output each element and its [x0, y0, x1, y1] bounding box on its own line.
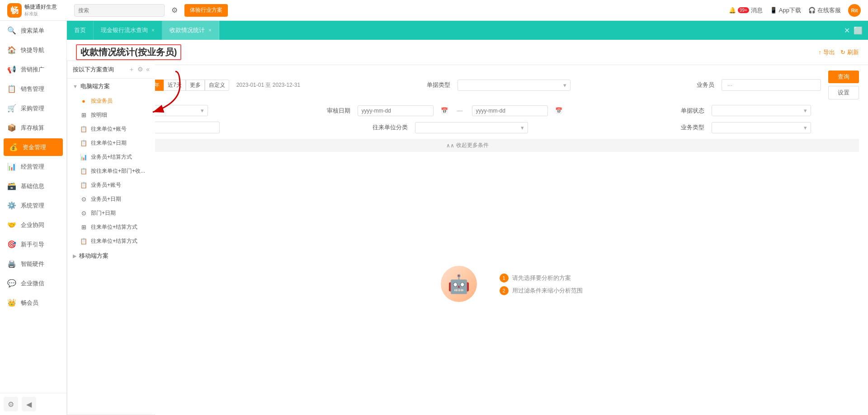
notification-item[interactable]: 🔔 99+ 消息 [729, 6, 763, 14]
partner-cat-select[interactable]: ▾ [415, 122, 528, 133]
app-download-item[interactable]: 📱 App下载 [770, 6, 801, 14]
header-right-area: 🔔 99+ 消息 📱 App下载 🎧 在线客服 Rit [729, 4, 861, 17]
query-button[interactable]: 查询 [828, 71, 859, 83]
audit-date-from[interactable] [358, 105, 434, 116]
notification-label: 消息 [751, 6, 763, 14]
scheme-mobile-title: 移动端方案 [79, 252, 108, 260]
sidebar-item-inventory[interactable]: 📦 库存核算 [0, 118, 66, 137]
scheme-sales-account-icon: 📋 [80, 182, 87, 189]
export-label: 导出 [823, 48, 835, 57]
scheme-item-partner-dept[interactable]: 📋 按往来单位+部门+收... [67, 164, 155, 178]
tab-home[interactable]: 首页 [67, 21, 94, 40]
sidebar-item-system[interactable]: ⚙️ 系统管理 [0, 196, 66, 215]
audit-date-to[interactable] [472, 105, 548, 116]
purchase-icon: 🛒 [7, 104, 16, 113]
query-row-3: 往来单位 ··· 往来单位分类 ▾ 业务类型 ▾ [76, 122, 859, 133]
sidebar-item-basics[interactable]: 🗃️ 基础信息 [0, 176, 66, 196]
date-range-text: 2023-01-01 至 2023-12-31 [236, 81, 300, 89]
audit-date-to-cal-icon[interactable]: 📅 [555, 107, 562, 114]
date-tab-custom[interactable]: 自定义 [205, 80, 229, 91]
scheme-item-label-partner-settle1: 往来单位+结算方式 [91, 223, 137, 231]
system-icon: ⚙️ [7, 201, 16, 210]
scheme-sales-date-icon: ⊙ [80, 196, 87, 203]
scheme-mobile-section-header[interactable]: ▶ 移动端方案 [67, 248, 155, 264]
empty-step-2: 2 用过滤条件来缩小分析范围 [500, 286, 583, 295]
audit-date-from-cal-icon[interactable]: 📅 [441, 107, 448, 114]
doc-status-select[interactable]: ▾ [712, 105, 811, 116]
doc-type-chevron-icon: ▾ [563, 82, 566, 89]
basics-icon: 🗃️ [7, 182, 16, 190]
sidebar-item-member[interactable]: 👑 畅会员 [0, 293, 66, 312]
scheme-item-label-dept-date: 部门+日期 [91, 209, 116, 217]
sidebar-label-wechat: 企业微信 [21, 279, 44, 288]
tab-receipt-stats[interactable]: 收款情况统计 × [162, 21, 219, 40]
search-icon: 🔍 [7, 26, 16, 35]
window-close-icon[interactable]: ✕ [844, 26, 850, 35]
sidebar-label-enterprise: 企业协同 [21, 221, 44, 229]
sidebar-item-guide[interactable]: 🎯 新手引导 [0, 235, 66, 254]
query-action-buttons: 查询 设置 [828, 71, 859, 99]
sidebar-collapse-btn[interactable]: ◀ [22, 397, 36, 411]
sidebar-label-quicknav: 快捷导航 [21, 46, 44, 54]
sidebar-label-search: 搜索菜单 [21, 27, 44, 35]
try-solution-button[interactable]: 体验行业方案 [184, 4, 228, 17]
sidebar-item-wechat[interactable]: 💬 企业微信 [0, 274, 66, 293]
date-tab-more[interactable]: 更多 [186, 80, 205, 91]
scheme-item-partner-settle2[interactable]: 📋 往来单位+结算方式 [67, 234, 155, 248]
sidebar-label-finance: 资金管理 [23, 143, 46, 151]
notification-badge: 99+ [738, 7, 749, 13]
empty-step-1-text: 请先选择要分析的方案 [512, 274, 571, 282]
scheme-item-label-partner-dept: 按往来单位+部门+收... [91, 167, 145, 175]
sidebar-item-search[interactable]: 🔍 搜索菜单 [0, 21, 66, 40]
date-tab-7days[interactable]: 近7天 [164, 80, 186, 91]
empty-steps: 1 请先选择要分析的方案 2 用过滤条件来缩小分析范围 [500, 274, 583, 299]
page-title: 收款情况统计(按业务员) [76, 44, 181, 60]
doc-type-value [462, 82, 463, 89]
tab-receipt-close-icon[interactable]: × [208, 27, 212, 33]
tab-bank-close-icon[interactable]: × [151, 27, 155, 33]
salesperson-more-icon[interactable]: ··· [727, 81, 733, 89]
biz-type-select[interactable]: ▾ [712, 122, 811, 133]
sidebar-item-hardware[interactable]: 🖨️ 智能硬件 [0, 254, 66, 274]
settings-icon[interactable]: ⚙ [168, 4, 181, 17]
sidebar-item-purchase[interactable]: 🛒 采购管理 [0, 99, 66, 118]
doc-status-chevron-icon: ▾ [804, 107, 807, 114]
scheme-item-sales-date[interactable]: ⊙ 业务员+日期 [67, 192, 155, 206]
user-avatar[interactable]: Rit [848, 4, 861, 17]
biz-type-value [716, 124, 717, 131]
scheme-item-sales-settlement[interactable]: 📊 业务员+结算方式 [67, 157, 155, 164]
search-input[interactable] [74, 4, 165, 17]
set-button[interactable]: 设置 [828, 86, 859, 99]
scheme-item-partner-settle1[interactable]: ⊞ 往来单位+结算方式 [67, 220, 155, 234]
partner-cat-value [419, 124, 421, 131]
phone-icon: 📱 [770, 7, 777, 14]
collapse-button[interactable]: ∧∧ 收起更多条件 [76, 139, 859, 152]
export-button[interactable]: ↑ 导出 [819, 48, 835, 57]
tab-bank-flow[interactable]: 现金银行流水查询 × [94, 21, 162, 40]
hardware-icon: 🖨️ [7, 259, 16, 268]
sidebar-item-sales[interactable]: 📋 销售管理 [0, 79, 66, 99]
step-num-2: 2 [500, 286, 509, 295]
refresh-button[interactable]: ↻ 刷新 [840, 48, 859, 57]
salesperson-select[interactable]: ··· [722, 79, 821, 91]
sidebar-item-quicknav[interactable]: 🏠 快捷导航 [0, 40, 66, 60]
refresh-label: 刷新 [847, 48, 859, 57]
window-max-icon[interactable]: ⬜ [854, 26, 863, 35]
sidebar-item-enterprise[interactable]: 🤝 企业协同 [0, 215, 66, 235]
tab-bank-flow-label: 现金银行流水查询 [101, 26, 148, 34]
online-service-item[interactable]: 🎧 在线客服 [808, 6, 841, 14]
app-name: 畅捷通好生意 [24, 3, 57, 11]
sidebar-item-finance[interactable]: 💰 资金管理 [4, 138, 63, 156]
empty-step-2-text: 用过滤条件来缩小分析范围 [512, 287, 583, 295]
inventory-icon: 📦 [7, 123, 16, 132]
tab-home-label: 首页 [74, 26, 86, 34]
scheme-item-sales-account[interactable]: 📋 业务员+账号 [67, 178, 155, 192]
query-row-2: 部门 ▾ 审核日期 📅 — 📅 单据状态 ▾ [76, 105, 859, 116]
sidebar-label-basics: 基础信息 [21, 182, 44, 190]
scheme-item-dept-date[interactable]: ⊙ 部门+日期 [67, 206, 155, 220]
doc-status-value [716, 107, 717, 114]
sidebar-item-operations[interactable]: 📊 经营管理 [0, 157, 66, 176]
sidebar-item-marketing[interactable]: 📢 营销推广 [0, 60, 66, 79]
doc-type-select[interactable]: ▾ [458, 80, 571, 91]
sidebar-settings-btn[interactable]: ⚙ [4, 397, 18, 411]
